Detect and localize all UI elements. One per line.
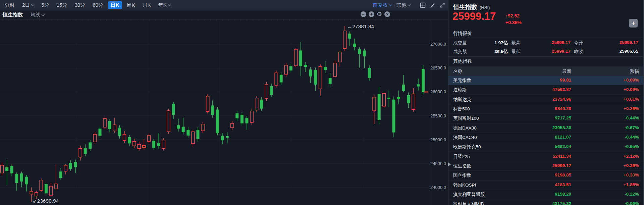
index-change-value: +0.09% bbox=[624, 78, 639, 83]
index-name: 纳斯达克 bbox=[453, 97, 471, 103]
index-row-日经225[interactable]: 日经22552411.34+2.12% bbox=[448, 152, 644, 161]
index-row-欧洲斯托克50[interactable]: 欧洲斯托克505662.04-0.65% bbox=[448, 142, 644, 152]
index-last-value: 5662.04 bbox=[555, 144, 571, 149]
adjust-mode-label: 前复权 bbox=[373, 2, 388, 8]
index-name: 恒生指数 bbox=[453, 163, 471, 169]
svg-text:↙23690.94: ↙23690.94 bbox=[33, 198, 59, 204]
index-change-value: +0.26% bbox=[624, 106, 639, 111]
chart-symbol-label: 恒生指数 bbox=[3, 12, 23, 18]
index-row-道琼斯[interactable]: 道琼斯47562.87+0.09% bbox=[448, 85, 644, 95]
draw-pen-icon[interactable] bbox=[430, 2, 435, 8]
period-tab-15分[interactable]: 15分 bbox=[54, 1, 70, 9]
index-last-value: 9717.25 bbox=[555, 115, 571, 120]
index-last-value: 23724.96 bbox=[552, 97, 571, 102]
period-tab-日K[interactable]: 日K bbox=[108, 1, 122, 9]
chevron-down-icon bbox=[408, 3, 411, 6]
panel-collapse-arrow-icon[interactable] bbox=[448, 162, 451, 166]
index-row-标普500[interactable]: 标普5006840.20+0.26% bbox=[448, 104, 644, 114]
index-change-value: +0.33% bbox=[624, 172, 639, 177]
period-tab-月K[interactable]: 月K bbox=[140, 1, 154, 9]
col-name-header: 名称 bbox=[453, 68, 462, 74]
chevron-down-icon bbox=[168, 3, 171, 6]
candlestick-chart[interactable]: 27000.026500.026000.025500.025000.024500… bbox=[0, 19, 448, 205]
col-last-header: 最新 bbox=[562, 68, 571, 74]
quote-panel: 恒生指数(HSI) 25999.17 ↑92.52 +0.36% + 行情报价 … bbox=[448, 0, 644, 205]
panel-symbol-title: 恒生指数(HSI) bbox=[453, 3, 490, 11]
period-tab-5分[interactable]: 5分 bbox=[39, 1, 52, 9]
zoom-out-icon[interactable]: − bbox=[361, 11, 366, 17]
index-change-value: -0.44% bbox=[625, 115, 639, 120]
index-last-value: 9158.20 bbox=[555, 192, 571, 197]
index-name: 国企指数 bbox=[453, 172, 471, 178]
period-tab-分时[interactable]: 分时 bbox=[2, 1, 17, 9]
panel-symbol-code: (HSI) bbox=[480, 5, 490, 10]
index-row-澳大利亚普通股[interactable]: 澳大利亚普通股9158.20-0.22% bbox=[448, 190, 644, 199]
fullscreen-expand-icon[interactable] bbox=[439, 2, 445, 8]
index-last-value: 9198.85 bbox=[555, 172, 571, 177]
quote-label: 今开 bbox=[574, 40, 583, 46]
quote-value: 25999.17 bbox=[552, 40, 571, 45]
index-name: 澳大利亚普通股 bbox=[453, 192, 485, 198]
index-last-value: 25999.17 bbox=[552, 163, 571, 168]
gear-icon[interactable]: ⚙ bbox=[377, 11, 382, 17]
quote-label: 最低 bbox=[512, 49, 521, 55]
other-label: 其他 bbox=[396, 2, 407, 8]
other-indicators-dropdown[interactable]: 其他 bbox=[396, 2, 411, 8]
index-row-英国富时100[interactable]: 英国富时1009717.25-0.44% bbox=[448, 114, 644, 123]
index-change-value: -0.65% bbox=[625, 144, 639, 149]
svg-text:27000.0: 27000.0 bbox=[430, 42, 446, 47]
svg-text:24000.0: 24000.0 bbox=[430, 185, 446, 190]
period-tab-30分[interactable]: 30分 bbox=[72, 1, 88, 9]
chevron-down-icon bbox=[31, 3, 35, 6]
index-row-富时意大利MIB[interactable]: 富时意大利MIB43175.32-0.06% bbox=[448, 199, 644, 205]
index-name: 美元指数 bbox=[453, 78, 471, 84]
svg-text:26000.0: 26000.0 bbox=[430, 89, 446, 94]
index-change-value: +0.09% bbox=[624, 87, 639, 92]
index-row-恒生指数[interactable]: 恒生指数25999.17+0.36% bbox=[448, 161, 644, 171]
index-last-value: 6840.20 bbox=[555, 106, 571, 111]
index-name: 日经225 bbox=[453, 154, 470, 160]
layout-grid-icon[interactable] bbox=[420, 2, 426, 8]
indices-section-title: 其他指数 bbox=[453, 58, 472, 64]
index-row-德国DAX30[interactable]: 德国DAX3023958.30-0.67% bbox=[448, 123, 644, 133]
index-row-美元指数[interactable]: 美元指数99.81+0.09% bbox=[448, 76, 644, 85]
svg-text:←27381.84: ←27381.84 bbox=[347, 23, 374, 29]
quote-value: 25999.17 bbox=[620, 40, 638, 45]
svg-text:25000.0: 25000.0 bbox=[430, 137, 446, 142]
index-row-法国CAC40[interactable]: 法国CAC408121.07-0.44% bbox=[448, 133, 644, 142]
index-change-value: +0.36% bbox=[624, 163, 639, 168]
period-tab-60分[interactable]: 60分 bbox=[90, 1, 106, 9]
period-toolbar: 分时2日5分15分30分60分日K周K月K年K 前复权 其他 bbox=[0, 0, 448, 10]
period-tab-周K[interactable]: 周K bbox=[124, 1, 138, 9]
index-row-国企指数[interactable]: 国企指数9198.85+0.33% bbox=[448, 171, 644, 180]
zoom-in-icon[interactable]: + bbox=[369, 11, 374, 17]
period-tab-2日[interactable]: 2日 bbox=[19, 1, 37, 9]
ma-dropdown[interactable]: 均线 bbox=[30, 12, 44, 18]
index-row-纳斯达克[interactable]: 纳斯达克23724.96+0.61% bbox=[448, 95, 644, 104]
index-last-value: 4183.51 bbox=[555, 182, 571, 187]
index-last-value: 8121.07 bbox=[555, 135, 571, 140]
quote-value: 25999.17 bbox=[552, 49, 571, 54]
svg-text:25500.0: 25500.0 bbox=[430, 113, 446, 118]
svg-text:24500.0: 24500.0 bbox=[430, 161, 446, 166]
indices-table-header: 名称 最新 涨幅 bbox=[448, 66, 644, 76]
close-icon[interactable]: × bbox=[384, 11, 390, 17]
index-row-韩国KOSPI[interactable]: 韩国KOSPI4183.51+1.85% bbox=[448, 181, 644, 190]
price-change-percent: +0.36% bbox=[505, 20, 522, 25]
adjust-mode-dropdown[interactable]: 前复权 bbox=[373, 2, 392, 8]
period-tab-年K[interactable]: 年K bbox=[156, 1, 173, 9]
add-to-watchlist-button[interactable]: + bbox=[629, 19, 638, 28]
chart-header-bar: 恒生指数 均线 − + ⚙ × bbox=[0, 10, 448, 19]
index-name: 英国富时100 bbox=[453, 115, 479, 121]
quote-section-title: 行情报价 bbox=[453, 31, 472, 37]
svg-text:26500.0: 26500.0 bbox=[430, 65, 446, 70]
index-last-value: 23958.30 bbox=[552, 125, 571, 130]
quote-label: 最高 bbox=[512, 40, 521, 46]
ma-label: 均线 bbox=[30, 12, 40, 18]
index-last-value: 99.81 bbox=[560, 78, 571, 83]
quote-value: 1.97亿 bbox=[494, 40, 508, 46]
index-name: 德国DAX30 bbox=[453, 125, 477, 131]
index-name: 欧洲斯托克50 bbox=[453, 144, 481, 150]
index-change-value: +1.85% bbox=[624, 182, 639, 187]
index-change-value: -0.22% bbox=[625, 192, 639, 197]
